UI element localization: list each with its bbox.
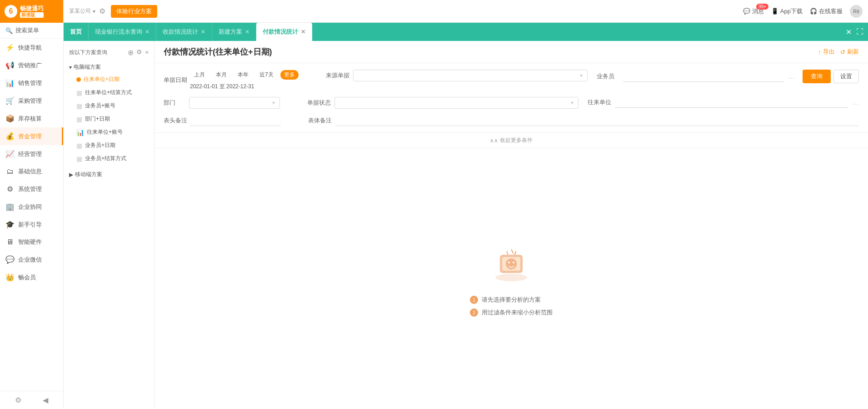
sidebar-item-operations[interactable]: 📈 经营管理 (0, 145, 63, 163)
scheme-item-partner-settle[interactable]: ▦ 往来单位+结算方式 (64, 86, 154, 99)
partner-dots-btn[interactable]: … (852, 98, 859, 106)
page-content: 按以下方案查询 ⊕ ⚙ « ▾ 电脑端方案 往来单位+日期 ▦ (64, 41, 868, 409)
scheme-group-desktop: ▾ 电脑端方案 往来单位+日期 ▦ 往来单位+结算方式 ▦ 业务员+账号 ▦ (64, 60, 154, 167)
sidebar-item-wechat[interactable]: 💬 企业微信 (0, 251, 63, 268)
add-scheme-btn[interactable]: ⊕ (128, 48, 134, 57)
message-btn[interactable]: 💬 消息 99+ (743, 7, 764, 15)
tab-receipt-stats[interactable]: 收款情况统计 ✕ (156, 23, 212, 41)
sales-icon: 📊 (5, 79, 15, 87)
export-btn[interactable]: ↑ 导出 (818, 48, 835, 56)
date-btn-more[interactable]: 更多 (280, 70, 299, 80)
right-content: 付款情况统计(往来单位+日期) ↑ 导出 ↺ 刷新 单 (155, 41, 868, 409)
tab-receipt-stats-close[interactable]: ✕ (201, 29, 205, 35)
filter-dept: 部门 ▾ (164, 97, 280, 109)
sidebar-item-inventory[interactable]: 📦 库存核算 (0, 110, 63, 127)
tab-payment-stats-close[interactable]: ✕ (301, 29, 305, 35)
filter-row-2: 部门 ▾ 单据状态 ▾ 往来单位 (164, 97, 859, 109)
filter-status: 单据状态 ▾ (307, 97, 579, 109)
collapse-panel-btn[interactable]: « (145, 48, 149, 57)
logo-icon: 6 (5, 5, 17, 18)
scheme-group-mobile-title[interactable]: ▶ 移动端方案 (64, 169, 154, 180)
date-btn-7days[interactable]: 近7天 (255, 70, 278, 80)
member-icon: 👑 (5, 273, 15, 282)
sidebar-item-marketing[interactable]: 📢 营销推广 (0, 56, 63, 74)
app-download-btn[interactable]: 📱 App下载 (771, 7, 803, 15)
dept-select[interactable]: ▾ (189, 97, 280, 109)
table-icon: ▦ (76, 102, 82, 110)
scheme-item-staff-account[interactable]: ▦ 业务员+账号 (64, 99, 154, 112)
online-service-btn[interactable]: 🎧 在线客服 (810, 7, 843, 15)
tab-expand-btn[interactable]: ⛶ (856, 28, 863, 36)
staff-dots-btn[interactable]: … (788, 72, 795, 81)
date-label: 单据日期 (164, 76, 187, 84)
left-panel-actions: ⊕ ⚙ « (128, 48, 149, 57)
date-options: 上月 本月 本年 近7天 更多 (190, 70, 299, 80)
system-icon: ⚙ (5, 185, 15, 193)
dept-select-arrow: ▾ (272, 100, 275, 106)
chevron-down-icon: ▾ (93, 8, 95, 15)
refresh-btn[interactable]: ↺ 刷新 (840, 48, 859, 56)
sidebar-item-enterprise[interactable]: 🏢 企业协同 (0, 198, 63, 216)
scheme-item-staff-settle[interactable]: ▦ 业务员+结算方式 (64, 152, 154, 165)
topbar-settings-btn[interactable]: ⚙ (99, 7, 105, 15)
partner-input[interactable] (615, 97, 848, 108)
collapse-conditions-btn[interactable]: ∧∧ 收起更多条件 (490, 136, 533, 144)
tab-home[interactable]: 首页 (64, 23, 89, 41)
marketing-icon: 📢 (5, 61, 15, 70)
table-icon: ▦ (76, 89, 82, 96)
hardware-icon: 🖥 (5, 238, 15, 246)
tab-new-scheme-close[interactable]: ✕ (245, 29, 249, 35)
left-panel-title: 按以下方案查询 (69, 49, 107, 56)
sidebar-item-purchase[interactable]: 🛒 采购管理 (0, 92, 63, 110)
topbar: 某某公司 ▾ ⚙ 体验行业方案 💬 消息 99+ 📱 App下载 🎧 在线客服 … (64, 0, 868, 23)
sidebar-item-quick-nav[interactable]: ⚡ 快捷导航 (0, 39, 63, 56)
scheme-item-partner-date[interactable]: 往来单位+日期 (64, 73, 154, 86)
scheme-item-dept-date[interactable]: ▦ 部门+日期 (64, 112, 154, 126)
scheme-item-partner-account[interactable]: 📊 往来单位+账号 (64, 126, 154, 139)
scheme-group-desktop-title[interactable]: ▾ 电脑端方案 (64, 61, 154, 73)
remark-body-label: 表体备注 (308, 116, 332, 125)
table-icon: ▦ (76, 142, 82, 149)
source-select[interactable]: ▾ (353, 70, 588, 81)
company-name: 某某公司 ▾ (69, 7, 95, 15)
wechat-icon: 💬 (5, 255, 15, 264)
svg-line-7 (515, 251, 516, 255)
sidebar-item-finance[interactable]: 💰 资金管理 (0, 127, 63, 145)
sidebar-item-sales[interactable]: 📊 销售管理 (0, 74, 63, 92)
sidebar-item-guide[interactable]: 🎓 新手引导 (0, 216, 63, 233)
tab-cash-flow[interactable]: 现金银行流水查询 ✕ (89, 23, 156, 41)
remark-head-input[interactable] (190, 115, 281, 126)
staff-input[interactable] (623, 71, 784, 82)
scheme-item-staff-date[interactable]: ▦ 业务员+日期 (64, 139, 154, 152)
settings-button[interactable]: 设置 (833, 70, 859, 83)
trial-button[interactable]: 体验行业方案 (111, 5, 157, 18)
left-panel: 按以下方案查询 ⊕ ⚙ « ▾ 电脑端方案 往来单位+日期 ▦ (64, 41, 155, 409)
status-select-arrow: ▾ (571, 100, 574, 106)
search-menu[interactable]: 🔍 搜索菜单 (0, 23, 63, 39)
empty-illustration (489, 241, 534, 287)
sidebar-item-system[interactable]: ⚙ 系统管理 (0, 180, 63, 198)
avatar[interactable]: Rit (850, 5, 863, 18)
tab-payment-stats[interactable]: 付款情况统计 ✕ (256, 23, 312, 41)
date-btn-this-month[interactable]: 本月 (212, 70, 231, 80)
operations-icon: 📈 (5, 150, 15, 158)
sidebar-settings-btn[interactable]: ⚙ (15, 396, 21, 404)
svg-point-5 (513, 262, 514, 263)
date-btn-last-month[interactable]: 上月 (190, 70, 209, 80)
filter-area: 单据日期 上月 本月 本年 近7天 更多 2022-01-01 至 2022-1… (155, 63, 868, 133)
svg-point-0 (495, 274, 527, 281)
svg-line-8 (507, 251, 508, 255)
query-button[interactable]: 查询 (803, 70, 831, 83)
sidebar-item-member[interactable]: 👑 畅会员 (0, 268, 63, 286)
sidebar-item-basic[interactable]: 🗂 基础信息 (0, 163, 63, 180)
scheme-settings-btn[interactable]: ⚙ (136, 48, 142, 57)
table-icon: ▦ (76, 116, 82, 123)
sidebar-item-hardware[interactable]: 🖥 智能硬件 (0, 233, 63, 251)
remark-body-input[interactable] (335, 115, 859, 126)
sidebar-collapse-btn[interactable]: ◀ (43, 396, 48, 404)
status-select[interactable]: ▾ (334, 97, 579, 109)
tab-new-scheme[interactable]: 新建方案 ✕ (212, 23, 256, 41)
tab-close-all-btn[interactable]: ✕ (846, 28, 852, 36)
date-btn-this-year[interactable]: 本年 (234, 70, 253, 80)
tab-cash-flow-close[interactable]: ✕ (145, 29, 150, 35)
